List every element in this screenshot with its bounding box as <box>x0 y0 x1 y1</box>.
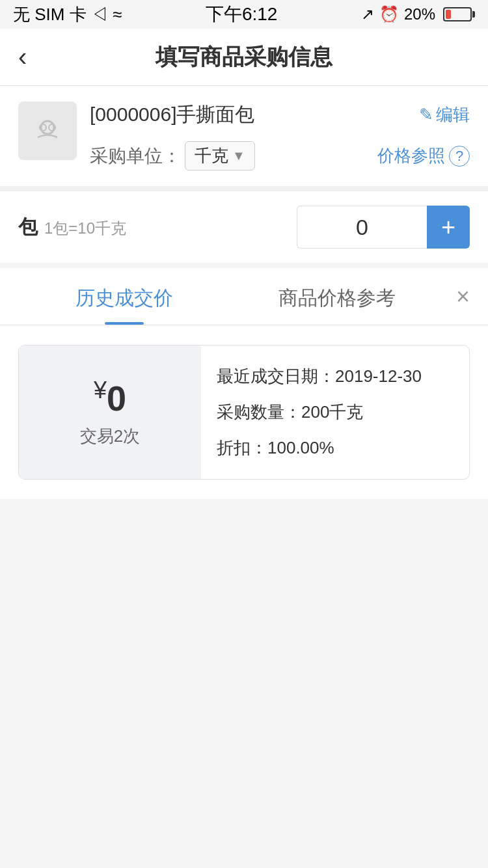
location-icon: ↗ <box>361 5 374 23</box>
date-label: 最近成交日期： <box>217 366 335 386</box>
plus-icon: + <box>441 213 455 241</box>
transaction-card: ¥0 交易2次 最近成交日期：2019-12-30 采购数量：200千克 折扣：… <box>18 345 470 480</box>
transaction-price-section: ¥0 交易2次 <box>19 346 201 479</box>
price-ref-label: 价格参照 <box>377 144 445 167</box>
unit-label: 采购单位： <box>90 144 181 169</box>
tab-section: 历史成交价 商品价格参考 × ¥0 交易2次 最近成交日期：2019-12-30 <box>0 268 488 499</box>
unit-row: 采购单位： 千克 ▼ 价格参照 ? <box>90 141 470 170</box>
edit-icon: ✎ <box>419 105 433 125</box>
transaction-date-row: 最近成交日期：2019-12-30 <box>217 364 454 389</box>
tab-product-price-ref-label: 商品价格参考 <box>278 287 396 308</box>
quantity-detail-value: 200千克 <box>301 402 363 422</box>
unit-value: 千克 <box>195 144 228 167</box>
discount-label: 折扣： <box>217 438 267 457</box>
transaction-details-section: 最近成交日期：2019-12-30 采购数量：200千克 折扣：100.00% <box>201 346 469 479</box>
alarm-icon: ⏰ <box>379 5 399 23</box>
tab-close-button[interactable]: × <box>443 270 470 323</box>
product-info: [0000006]手撕面包 ✎ 编辑 采购单位： 千克 ▼ <box>90 102 470 170</box>
tab-history-price-label: 历史成交价 <box>75 287 173 308</box>
quantity-input-group: + <box>297 206 470 249</box>
transaction-price: ¥0 <box>94 377 126 418</box>
transaction-quantity-row: 采购数量：200千克 <box>217 400 454 425</box>
quantity-input[interactable] <box>297 206 427 249</box>
battery-icon <box>441 7 475 21</box>
svg-point-0 <box>41 121 54 134</box>
back-button[interactable]: ‹ <box>18 42 27 72</box>
status-time: 下午6:12 <box>206 2 278 27</box>
tab-bar: 历史成交价 商品价格参考 × <box>0 268 488 325</box>
page-body: [0000006]手撕面包 ✎ 编辑 采购单位： 千克 ▼ <box>0 86 488 868</box>
quantity-plus-button[interactable]: + <box>427 206 470 249</box>
quantity-label: 采购数量： <box>217 402 301 422</box>
quantity-section: 包 1包=10千克 + <box>0 186 488 263</box>
transaction-count: 交易2次 <box>80 425 140 448</box>
discount-value: 100.00% <box>267 438 334 457</box>
edit-label: 编辑 <box>436 103 470 126</box>
price-reference-link[interactable]: 价格参照 ? <box>377 144 470 167</box>
page-title: 填写商品采购信息 <box>156 42 332 72</box>
tab-content: ¥0 交易2次 最近成交日期：2019-12-30 采购数量：200千克 折扣：… <box>0 325 488 499</box>
quantity-unit-note: 1包=10千克 <box>44 218 126 239</box>
battery-percent: 20% <box>404 5 435 23</box>
product-logo-icon <box>31 115 64 147</box>
product-header: [0000006]手撕面包 ✎ 编辑 采购单位： 千克 ▼ <box>18 102 470 170</box>
status-right: ↗ ⏰ 20% <box>361 5 475 23</box>
product-thumbnail <box>18 102 77 160</box>
date-value: 2019-12-30 <box>335 366 422 386</box>
price-value: 0 <box>107 379 126 418</box>
status-left: 无 SIM 卡 ◁ ≈ <box>13 3 122 26</box>
transaction-discount-row: 折扣：100.00% <box>217 435 454 461</box>
dropdown-arrow-icon: ▼ <box>232 148 245 163</box>
quantity-label-group: 包 1包=10千克 <box>18 214 126 241</box>
unit-dropdown[interactable]: 千克 ▼ <box>185 141 255 170</box>
product-card: [0000006]手撕面包 ✎ 编辑 采购单位： 千克 ▼ <box>0 86 488 186</box>
product-name: [0000006]手撕面包 <box>90 102 254 128</box>
unit-selector-group: 采购单位： 千克 ▼ <box>90 141 255 170</box>
edit-button[interactable]: ✎ 编辑 <box>419 103 470 126</box>
currency-symbol: ¥ <box>94 377 107 403</box>
product-title-row: [0000006]手撕面包 ✎ 编辑 <box>90 102 470 128</box>
status-bar: 无 SIM 卡 ◁ ≈ 下午6:12 ↗ ⏰ 20% <box>0 0 488 29</box>
tab-product-price-ref[interactable]: 商品价格参考 <box>230 268 442 325</box>
help-icon: ? <box>449 146 470 167</box>
quantity-unit-name: 包 <box>18 214 38 241</box>
tab-history-price[interactable]: 历史成交价 <box>18 268 230 325</box>
nav-bar: ‹ 填写商品采购信息 <box>0 29 488 86</box>
